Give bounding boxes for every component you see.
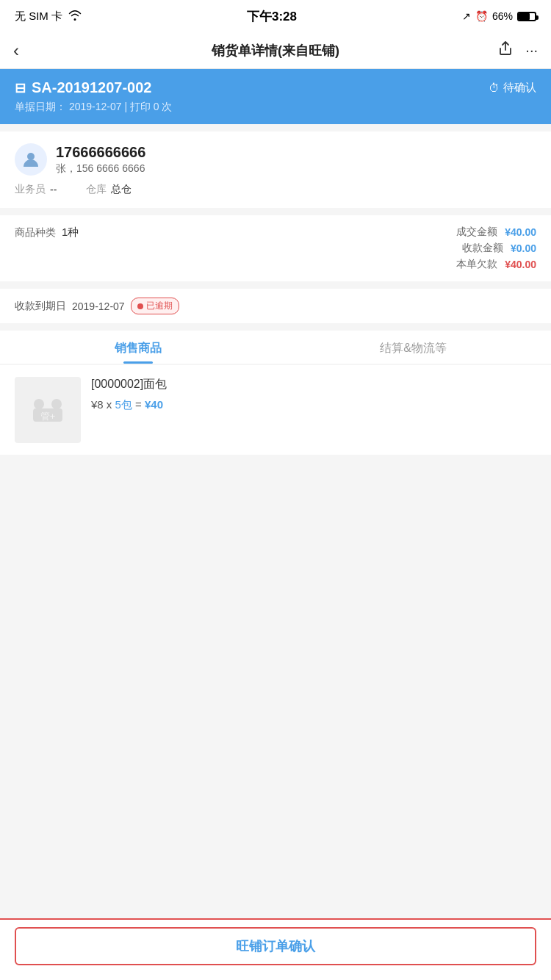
- warehouse-label: 仓库: [86, 183, 107, 196]
- product-logo-icon: 管+: [26, 388, 70, 432]
- product-name: [0000002]面包: [91, 377, 536, 392]
- carrier-label: 无 SIM 卡: [15, 10, 62, 24]
- order-id-row: ⊟ SA-20191207-002 ⏱ 待确认: [15, 79, 536, 96]
- customer-row: 17666666666 张，156 6666 6666: [15, 143, 536, 176]
- svg-point-0: [27, 153, 35, 160]
- svg-text:管+: 管+: [40, 411, 56, 422]
- battery-icon: [517, 12, 536, 21]
- warehouse-value: 总仓: [111, 183, 132, 196]
- confirm-button-wrap: 旺铺订单确认: [0, 918, 551, 980]
- salesperson-label: 业务员: [15, 183, 46, 196]
- avatar: [15, 143, 47, 176]
- warehouse-item: 仓库 总仓: [86, 183, 132, 196]
- customer-card: 17666666666 张，156 6666 6666 业务员 -- 仓库 总仓: [0, 131, 551, 208]
- owed-row: 本单欠款 ¥40.00: [456, 258, 536, 271]
- category-value: 1种: [62, 226, 79, 239]
- overdue-dot-icon: [137, 303, 143, 309]
- owed-label: 本单欠款: [456, 258, 497, 271]
- svg-point-2: [51, 399, 62, 409]
- status-text: 待确认: [503, 81, 536, 95]
- amount-row: 成交金额 ¥40.00: [456, 226, 536, 239]
- confirm-order-button[interactable]: 旺铺订单确认: [15, 927, 536, 965]
- received-value: ¥0.00: [511, 242, 536, 254]
- price-total: ¥40: [145, 398, 163, 411]
- status-right: ↗ ⏰ 66%: [462, 10, 536, 22]
- customer-name: 张，156 6666 6666: [56, 162, 145, 176]
- order-date: 2019-12-07: [69, 101, 122, 112]
- amount-value: ¥40.00: [505, 226, 536, 238]
- status-clock-icon: ⏱: [489, 82, 500, 94]
- product-image: 管+: [15, 377, 81, 443]
- owed-value: ¥40.00: [505, 259, 536, 270]
- svg-point-1: [34, 399, 44, 409]
- status-left: 无 SIM 卡: [15, 10, 82, 24]
- status-bar: 无 SIM 卡 下午3:28 ↗ ⏰ 66%: [0, 0, 551, 32]
- summary-left: 商品种类 1种: [15, 226, 132, 239]
- received-label: 收款金额: [462, 242, 503, 255]
- summary-right: 成交金额 ¥40.00 收款金额 ¥0.00 本单欠款 ¥40.00: [132, 226, 536, 271]
- print-info: | 打印 0 次: [124, 101, 172, 112]
- product-card: 管+ [0000002]面包 ¥8 x 5包 = ¥40: [0, 365, 551, 455]
- meta-row: 业务员 -- 仓库 总仓: [15, 183, 536, 196]
- bottom-spacer: [0, 455, 551, 521]
- price-qty: 5包: [115, 398, 132, 411]
- due-label: 收款到期日: [15, 300, 66, 313]
- product-price: ¥8 x 5包 = ¥40: [91, 398, 536, 412]
- date-label: 单据日期：: [15, 101, 66, 112]
- more-button[interactable]: ···: [525, 42, 538, 59]
- product-info: [0000002]面包 ¥8 x 5包 = ¥40: [91, 377, 536, 412]
- page-title: 销货单详情(来自旺铺): [212, 42, 339, 60]
- status-time: 下午3:28: [247, 8, 297, 25]
- nav-bar: ‹ 销货单详情(来自旺铺) ···: [0, 32, 551, 69]
- back-button[interactable]: ‹: [13, 40, 19, 61]
- tab-settlement-label: 结算&物流等: [380, 342, 447, 354]
- order-date-row: 单据日期： 2019-12-07 | 打印 0 次: [15, 101, 536, 114]
- price-equals: =: [132, 398, 145, 411]
- customer-phone: 17666666666: [56, 144, 145, 161]
- overdue-badge: 已逾期: [131, 298, 179, 314]
- overdue-text: 已逾期: [146, 300, 173, 312]
- customer-info: 17666666666 张，156 6666 6666: [56, 144, 145, 176]
- received-row: 收款金额 ¥0.00: [462, 242, 536, 255]
- tab-sales-label: 销售商品: [115, 342, 162, 354]
- order-icon: ⊟: [15, 80, 26, 96]
- alarm-icon: ⏰: [475, 10, 488, 22]
- summary-card: 商品种类 1种 成交金额 ¥40.00 收款金额 ¥0.00 本单欠款 ¥40.…: [0, 215, 551, 281]
- share-button[interactable]: [497, 40, 514, 60]
- due-date: 2019-12-07: [72, 300, 125, 312]
- nav-actions: ···: [497, 40, 538, 60]
- order-header: ⊟ SA-20191207-002 ⏱ 待确认 单据日期： 2019-12-07…: [0, 69, 551, 124]
- due-date-row: 收款到期日 2019-12-07 已逾期: [0, 289, 551, 323]
- tabs-row: 销售商品 结算&物流等: [0, 331, 551, 364]
- amount-label: 成交金额: [456, 226, 497, 239]
- order-status: ⏱ 待确认: [489, 81, 536, 95]
- order-id: ⊟ SA-20191207-002: [15, 79, 151, 96]
- salesperson-value: --: [50, 184, 57, 195]
- wifi-icon: [68, 10, 82, 23]
- tab-sales[interactable]: 销售商品: [0, 331, 276, 364]
- tab-settlement[interactable]: 结算&物流等: [276, 331, 551, 364]
- order-id-text: SA-20191207-002: [32, 79, 151, 96]
- price-text: ¥8 x: [91, 398, 115, 411]
- battery-percent: 66%: [492, 10, 513, 22]
- salesperson-item: 业务员 --: [15, 183, 57, 196]
- category-label: 商品种类: [15, 226, 56, 239]
- location-icon: ↗: [462, 10, 471, 22]
